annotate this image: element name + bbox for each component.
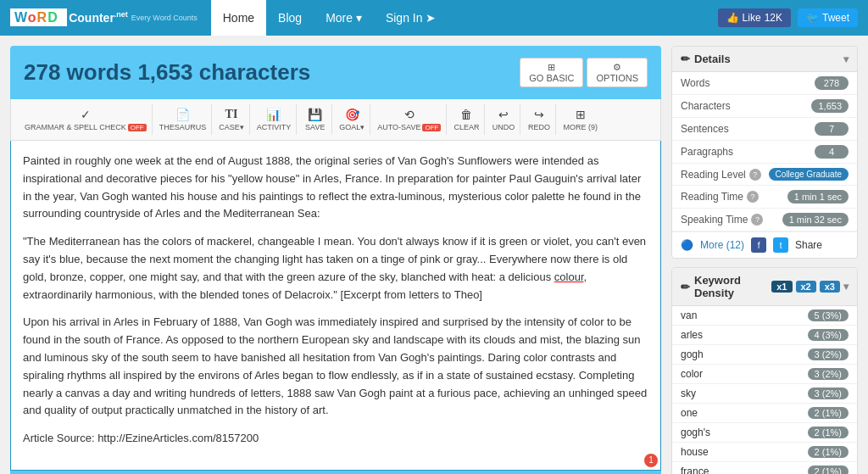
save-icon: 💾 xyxy=(308,108,322,121)
facebook-like-button[interactable]: 👍 Like 12K xyxy=(718,8,791,27)
paragraph-4: Article Source: http://EzineArticles.com… xyxy=(23,430,648,448)
tweet-button[interactable]: 🐦 Tweet xyxy=(798,8,858,27)
case-button[interactable]: TI CASE▾ xyxy=(214,104,250,135)
reading-time-text: Reading Time xyxy=(681,191,743,203)
detail-row-characters: Characters 1,653 xyxy=(672,95,857,118)
kd-title: Keyword Density xyxy=(694,274,771,299)
go-basic-icon: ⊞ xyxy=(548,62,555,73)
reading-time-info-icon[interactable]: ? xyxy=(747,191,759,203)
word-character-count: 278 words 1,653 characters xyxy=(24,59,310,86)
kd-word-sky: sky xyxy=(681,388,696,399)
kd-row-house: house 2 (1%) xyxy=(672,443,857,462)
fb-like-count: 12K xyxy=(765,12,782,24)
speaking-time-value: 1 min 32 sec xyxy=(782,213,849,226)
clear-button[interactable]: 🗑 CLEAR xyxy=(448,104,485,135)
activity-button[interactable]: 📊 ACTIVITY xyxy=(252,104,298,135)
stats-bar: 278 words 1,653 characters ⊞ GO BASIC ⚙ … xyxy=(10,46,661,99)
kd-row-arles: arles 4 (3%) xyxy=(672,326,857,345)
more-icon: ⊞ xyxy=(576,108,586,121)
kd-word-arles: arles xyxy=(681,329,703,341)
kd-word-gogh: gogh xyxy=(681,349,704,360)
activity-icon: 📊 xyxy=(266,108,281,121)
toolbar: ✓ GRAMMAR & SPELL CHECKOFF 📄 THESAURUS T… xyxy=(10,99,661,141)
autosave-button[interactable]: ⟲ AUTO-SAVEOFF xyxy=(372,104,447,135)
reading-level-info-icon[interactable]: ? xyxy=(749,169,761,181)
kd-row-sky: sky 3 (2%) xyxy=(672,384,857,404)
paragraph-1: Painted in roughly one week at the end o… xyxy=(23,153,648,223)
more-label: MORE (9) xyxy=(563,123,598,131)
kd-count-gogh: 3 (2%) xyxy=(808,349,849,360)
kd-word-color: color xyxy=(681,368,703,380)
nav-home[interactable]: Home xyxy=(211,0,266,36)
kd-count-color: 3 (2%) xyxy=(808,368,849,380)
paragraph-3: Upon his arrival in Arles in February of… xyxy=(23,314,648,420)
undo-icon: ↩ xyxy=(498,108,509,121)
case-icon: TI xyxy=(225,108,238,121)
logo-tagline: Every Word Counts xyxy=(131,14,198,22)
logo-text: WoRD Counter.net xyxy=(10,10,128,25)
detail-row-reading-time: Reading Time ? 1 min 1 sec xyxy=(672,186,857,209)
thesaurus-button[interactable]: 📄 THESAURUS xyxy=(154,104,213,135)
kd-count-france: 2 (1%) xyxy=(808,466,849,474)
detail-row-sentences: Sentences 7 xyxy=(672,118,857,141)
detail-row-words: Words 278 xyxy=(672,72,857,95)
kd-row-color: color 3 (2%) xyxy=(672,365,857,384)
details-chevron-icon[interactable]: ▾ xyxy=(843,53,849,65)
speaking-time-label: Speaking Time ? xyxy=(681,214,763,226)
reading-level-value: College Graduate xyxy=(769,168,849,181)
kd-header-right: x1 x2 x3 ▾ xyxy=(771,281,849,293)
speaking-time-text: Speaking Time xyxy=(681,214,748,226)
thesaurus-label: THESAURUS xyxy=(159,123,207,131)
kd-tabs: x1 x2 x3 xyxy=(771,281,840,293)
kd-tab-x2[interactable]: x2 xyxy=(796,281,816,293)
options-button[interactable]: ⚙ OPTIONS xyxy=(587,58,648,87)
kd-row-france: france 2 (1%) xyxy=(672,462,857,474)
goal-button[interactable]: 🎯 GOAL▾ xyxy=(334,104,370,135)
nav-signin[interactable]: Sign In ➤ xyxy=(374,0,448,36)
kd-count-sky: 3 (2%) xyxy=(808,388,849,399)
kd-word-france: france xyxy=(681,466,709,474)
save-button[interactable]: 💾 SAVE xyxy=(298,104,332,135)
right-column: ✏ Details ▾ Words 278 Characters 1,653 S… xyxy=(671,46,858,474)
case-label: CASE▾ xyxy=(219,123,244,131)
speaking-time-info-icon[interactable]: ? xyxy=(751,214,763,226)
main-nav: Home Blog More ▾ Sign In ➤ xyxy=(211,0,448,36)
characters-value: 1,653 xyxy=(811,99,849,113)
kd-row-gogh: gogh 3 (2%) xyxy=(672,345,857,365)
kd-count-goghs: 2 (1%) xyxy=(808,427,849,438)
redo-icon: ↪ xyxy=(534,108,544,121)
stats-buttons: ⊞ GO BASIC ⚙ OPTIONS xyxy=(520,58,648,87)
more-link[interactable]: More (12) xyxy=(700,239,744,251)
kd-count-one: 2 (1%) xyxy=(808,407,849,419)
header-right: 👍 Like 12K 🐦 Tweet xyxy=(718,8,858,27)
words-value: 278 xyxy=(815,76,849,90)
nav-blog[interactable]: Blog xyxy=(266,0,314,36)
kd-pencil-icon: ✏ xyxy=(681,281,690,293)
redo-button[interactable]: ↪ REDO xyxy=(522,104,556,135)
details-twitter-share[interactable]: t xyxy=(773,237,788,253)
kd-word-goghs: gogh's xyxy=(681,427,710,438)
kd-count-house: 2 (1%) xyxy=(808,446,849,458)
fb-like-icon: 👍 xyxy=(726,12,739,24)
paragraphs-label: Paragraphs xyxy=(681,146,733,158)
more-button[interactable]: ⊞ MORE (9) xyxy=(558,104,603,135)
keyword-density-header: ✏ Keyword Density x1 x2 x3 ▾ xyxy=(672,268,857,306)
details-panel-footer: 🔵 More (12) f t Share xyxy=(672,231,857,258)
redo-label: REDO xyxy=(528,123,550,131)
undo-label: UNDO xyxy=(492,123,515,131)
paragraph-2: "The Mediterranean has the colors of mac… xyxy=(23,233,648,304)
kd-tab-x3[interactable]: x3 xyxy=(820,281,840,293)
kd-count-arles: 4 (3%) xyxy=(808,329,849,341)
nav-more[interactable]: More ▾ xyxy=(314,0,374,36)
undo-button[interactable]: ↩ UNDO xyxy=(487,104,520,135)
text-editor[interactable]: Painted in roughly one week at the end o… xyxy=(10,141,661,471)
kd-tab-x1[interactable]: x1 xyxy=(771,281,792,293)
go-basic-button[interactable]: ⊞ GO BASIC xyxy=(520,58,583,87)
tweet-icon: 🐦 xyxy=(806,12,819,24)
grammar-spell-check-button[interactable]: ✓ GRAMMAR & SPELL CHECKOFF xyxy=(19,104,153,135)
kd-chevron-icon[interactable]: ▾ xyxy=(843,281,849,293)
details-facebook-share[interactable]: f xyxy=(751,237,766,253)
autosave-label: AUTO-SAVEOFF xyxy=(377,123,441,131)
main-content: 278 words 1,653 characters ⊞ GO BASIC ⚙ … xyxy=(0,36,868,474)
goal-icon: 🎯 xyxy=(345,108,359,121)
